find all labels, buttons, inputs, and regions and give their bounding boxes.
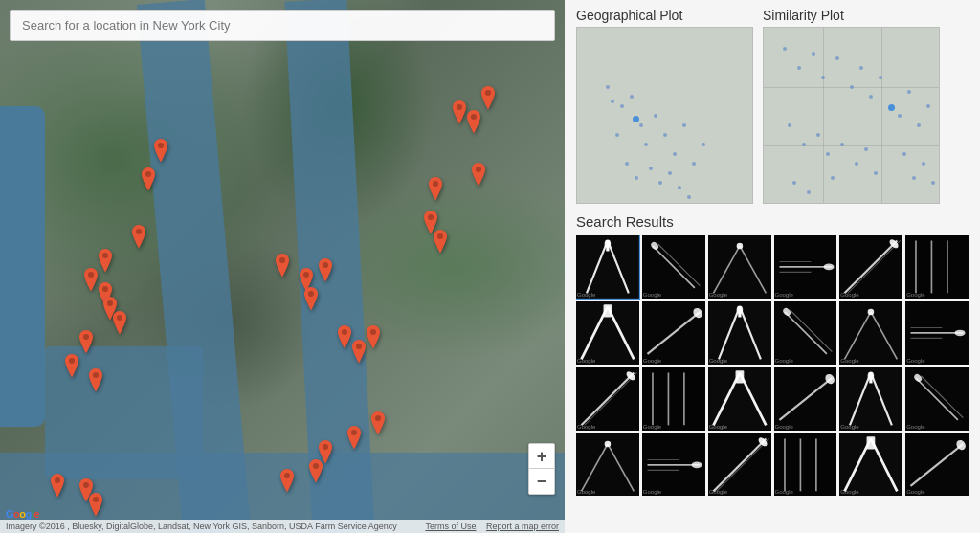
result-thumb-11[interactable]: Google — [839, 301, 902, 365]
map-pin-23[interactable] — [47, 474, 68, 500]
plot-dot-15 — [816, 133, 820, 137]
plot-dot-0 — [783, 47, 787, 51]
result-thumb-23[interactable]: Google — [839, 433, 902, 497]
map-pin-32[interactable] — [430, 230, 451, 256]
svg-point-11 — [279, 257, 285, 263]
map-pin-21[interactable] — [305, 459, 326, 486]
map-pin-29[interactable] — [468, 163, 489, 189]
result-thumb-21[interactable]: Google — [708, 433, 771, 497]
plot-dot-20 — [874, 171, 878, 175]
map-pin-8[interactable] — [76, 330, 97, 357]
result-thumb-15[interactable]: Google — [708, 367, 771, 431]
map-pin-0[interactable] — [150, 139, 171, 166]
result-thumb-2[interactable]: Google — [642, 235, 705, 299]
map-pin-13[interactable] — [301, 287, 322, 314]
map-pin-28[interactable] — [478, 86, 499, 113]
plot-dot-4 — [835, 56, 839, 60]
result-thumb-17[interactable]: Google — [839, 367, 902, 431]
result-thumb-16[interactable]: Google — [774, 367, 837, 431]
map-pin-9[interactable] — [61, 354, 82, 381]
plot-dot-11 — [702, 143, 705, 146]
result-thumb-1[interactable]: Google — [576, 235, 639, 299]
results-grid: GoogleGoogleGoogleGoogleGoogleGoogleGoog… — [576, 235, 969, 496]
map-pin-22[interactable] — [277, 469, 298, 496]
map-search-input[interactable] — [10, 10, 555, 41]
result-thumb-14[interactable]: Google — [642, 367, 705, 431]
map-pin-17[interactable] — [363, 325, 384, 352]
boat-image-1 — [576, 235, 639, 299]
thumb-label-8: Google — [643, 358, 661, 364]
plot-dot-6 — [654, 114, 657, 118]
map-pin-19[interactable] — [344, 426, 365, 453]
result-thumb-5[interactable]: Google — [839, 235, 902, 299]
thumb-label-7: Google — [577, 358, 595, 364]
boat-image-9 — [708, 301, 771, 365]
result-thumb-3[interactable]: Google — [708, 235, 771, 299]
sidebar: Geographical Plot Similarity Plot Search… — [565, 0, 980, 533]
svg-point-10 — [93, 372, 99, 378]
thumb-label-4: Google — [775, 292, 793, 298]
terms-link[interactable]: Terms of Use — [425, 522, 476, 531]
result-thumb-19[interactable]: Google — [576, 433, 639, 497]
report-link[interactable]: Report a map error — [486, 522, 559, 531]
map-pin-1[interactable] — [138, 167, 159, 194]
plot-dot-13 — [788, 123, 791, 127]
plot-dot-10 — [907, 90, 911, 94]
result-thumb-6[interactable]: Google — [905, 235, 969, 299]
svg-point-5 — [102, 286, 108, 292]
map-pin-25[interactable] — [85, 493, 106, 520]
search-results-title: Search Results — [576, 213, 969, 230]
plot-dot-5 — [850, 85, 854, 89]
boat-image-13 — [576, 367, 639, 431]
map-panel: Google + − Imagery ©2016 , Bluesky, Digi… — [0, 0, 565, 533]
result-thumb-22[interactable]: Google — [774, 433, 837, 497]
boat-image-20 — [642, 433, 705, 497]
svg-point-32 — [437, 233, 443, 239]
map-pin-14[interactable] — [315, 258, 336, 285]
boat-image-4 — [774, 235, 837, 299]
map-pin-11[interactable] — [272, 254, 293, 280]
plot-dot-11 — [917, 123, 921, 127]
map-pin-2[interactable] — [128, 225, 149, 252]
zoom-out-button[interactable]: − — [529, 469, 554, 494]
map-pin-27[interactable] — [463, 110, 484, 137]
map-attribution-text: Imagery ©2016 , Bluesky, DigitalGlobe, L… — [6, 522, 397, 531]
svg-point-83 — [955, 329, 966, 336]
result-thumb-7[interactable]: Google — [576, 301, 639, 365]
result-thumb-20[interactable]: Google — [642, 433, 705, 497]
boat-image-11 — [839, 301, 902, 365]
result-thumb-9[interactable]: Google — [708, 301, 771, 365]
plot-dot-5 — [644, 143, 648, 146]
plot-dot-27 — [831, 176, 835, 180]
plot-dot-19 — [864, 147, 868, 151]
svg-point-9 — [69, 358, 75, 364]
result-thumb-8[interactable]: Google — [642, 301, 705, 365]
thumb-label-10: Google — [775, 358, 793, 364]
thumb-label-23: Google — [840, 489, 858, 495]
result-thumb-10[interactable]: Google — [774, 301, 837, 365]
plot-dot-2 — [630, 95, 634, 99]
result-thumb-12[interactable]: Google — [905, 301, 969, 365]
result-thumb-18[interactable]: Google — [905, 367, 969, 431]
svg-point-17 — [370, 329, 376, 335]
result-thumb-24[interactable]: Google — [905, 433, 969, 497]
svg-point-21 — [313, 463, 319, 469]
svg-point-16 — [356, 344, 362, 349]
map-pin-18[interactable] — [368, 411, 389, 438]
plot-grid-vertical — [881, 28, 882, 203]
map-pin-10[interactable] — [85, 368, 106, 395]
plot-dot-3 — [639, 123, 643, 127]
geographical-plot-title: Geographical Plot — [576, 8, 753, 23]
svg-point-103 — [868, 371, 875, 380]
result-thumb-4[interactable]: Google — [774, 235, 837, 299]
plots-row: Geographical Plot Similarity Plot — [576, 8, 969, 204]
map-water-left — [0, 106, 45, 426]
map-pin-7[interactable] — [109, 311, 130, 338]
plot-dot-12 — [926, 104, 930, 108]
map-pin-30[interactable] — [425, 177, 446, 204]
result-thumb-13[interactable]: Google — [576, 367, 639, 431]
boat-image-18 — [905, 367, 969, 431]
zoom-in-button[interactable]: + — [529, 444, 554, 469]
svg-point-19 — [351, 430, 357, 435]
map-terms-links: Terms of Use Report a map error — [425, 522, 559, 531]
